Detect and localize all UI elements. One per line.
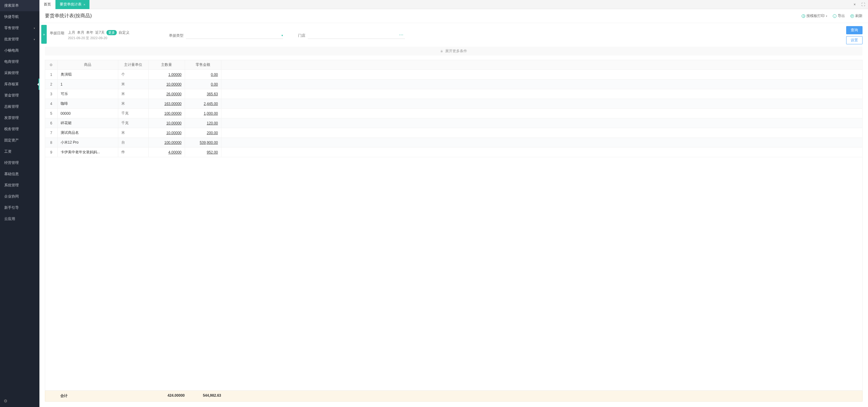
table-row[interactable]: 9卡伊美中老年女装妈妈...件4.00000952.00 [45, 147, 862, 157]
table-row[interactable]: 7测试商品名米10.00000200.00 [45, 128, 862, 138]
cell-idx: 7 [45, 128, 57, 138]
sidebar-item-18[interactable]: 新手引导 [0, 202, 39, 213]
cell-amount[interactable]: 200.00 [185, 128, 221, 138]
table-row[interactable]: 21米10.000000.00 [45, 80, 862, 89]
cell-qty[interactable]: 1.00000 [148, 70, 185, 80]
sidebar-item-label: 发票管理 [4, 115, 19, 120]
sidebar-item-17[interactable]: 企业协同 [0, 191, 39, 202]
preset-last7[interactable]: 近7天 [95, 30, 105, 35]
cell-amount[interactable]: 0.00 [185, 80, 221, 89]
cell-qty[interactable]: 10.00000 [148, 128, 185, 138]
store-input[interactable] [308, 32, 405, 39]
cell-unit: 米 [118, 99, 148, 109]
cell-unit: 台 [118, 138, 148, 147]
tab-fullscreen[interactable]: ⛶ [860, 1, 867, 8]
table-settings-icon[interactable]: ⚙ [50, 63, 53, 67]
th-product[interactable]: 商品 [57, 60, 118, 70]
tab-active[interactable]: 要货单统计表 × [56, 0, 90, 9]
cell-qty[interactable]: 100.00000 [148, 109, 185, 118]
settings-button[interactable]: 设置 [846, 36, 863, 44]
table-row[interactable]: 8小米12 Pro台100.00000539,900.00 [45, 138, 862, 147]
date-filter-label: 单据日期 [50, 30, 64, 36]
page-title: 要货单统计表(按商品) [45, 13, 92, 19]
th-unit[interactable]: 主计量单位 [118, 60, 148, 70]
cell-qty[interactable]: 4.00000 [148, 147, 185, 157]
cell-idx: 5 [45, 109, 57, 118]
doc-type-input[interactable] [186, 32, 283, 39]
sidebar-item-label: 云应用 [4, 216, 15, 222]
sidebar-item-10[interactable]: 发票管理 [0, 112, 39, 123]
table-row[interactable]: 4咖啡米163.000002,445.00 [45, 99, 862, 109]
sidebar-item-4[interactable]: 小畅电商 [0, 45, 39, 56]
sidebar-item-7[interactable]: 库存核算 [0, 79, 39, 90]
print-button[interactable]: ⎙ 按模板打印 ▾ [802, 13, 827, 19]
sidebar-item-8[interactable]: 资金管理 [0, 90, 39, 101]
main-content: 首页 要货单统计表 × × ⛶ 要货单统计表(按商品) ⎙ 按模板打印 ▾ [39, 0, 868, 407]
preset-this-month[interactable]: 本月 [77, 30, 84, 35]
preset-this-year[interactable]: 本年 [86, 30, 93, 35]
export-icon: ↓ [833, 14, 836, 18]
table-wrap: ⚙ 商品 主计量单位 主数量 零售金额 1奥演唱个1.000000.0021米1… [39, 56, 868, 407]
tab-close-all[interactable]: × [851, 1, 858, 8]
preset-custom[interactable]: 自定义 [119, 30, 129, 35]
cell-qty[interactable]: 26.00000 [148, 89, 185, 99]
sidebar-item-label: 固定资产 [4, 138, 19, 143]
sidebar-item-label: 基础信息 [4, 172, 19, 177]
cell-qty[interactable]: 100.00000 [148, 138, 185, 147]
sidebar-settings[interactable]: ⚙ [0, 395, 39, 407]
sidebar-item-14[interactable]: 经营管理 [0, 157, 39, 169]
sidebar-item-label: 库存核算 [4, 82, 19, 87]
cell-idx: 9 [45, 147, 57, 157]
cell-amount[interactable]: 2,445.00 [185, 99, 221, 109]
sidebar-item-label: 总账管理 [4, 104, 19, 109]
table-row[interactable]: 500000千克100.000001,000.00 [45, 109, 862, 118]
th-amount[interactable]: 零售金额 [185, 60, 221, 70]
sidebar-item-9[interactable]: 总账管理 [0, 101, 39, 112]
sidebar-item-0[interactable]: 搜索菜单 [0, 0, 39, 11]
tab-home[interactable]: 首页 [39, 0, 56, 9]
cell-amount[interactable]: 120.00 [185, 118, 221, 128]
sidebar-item-label: 新手引导 [4, 205, 19, 210]
cell-amount[interactable]: 1,000.00 [185, 109, 221, 118]
close-icon[interactable]: × [84, 3, 85, 6]
sidebar-item-15[interactable]: 基础信息 [0, 169, 39, 180]
table-row[interactable]: 1奥演唱个1.000000.00 [45, 70, 862, 80]
cell-qty[interactable]: 10.00000 [148, 118, 185, 128]
cell-unit: 千克 [118, 109, 148, 118]
preset-more[interactable]: 更多 [106, 30, 117, 35]
doc-type-label: 单据类型 [169, 32, 184, 38]
expand-more-filters[interactable]: ⇊ 展开更多条件 [45, 47, 863, 56]
cell-qty[interactable]: 163.00000 [148, 99, 185, 109]
cell-qty[interactable]: 10.00000 [148, 80, 185, 89]
cell-amount[interactable]: 952.00 [185, 147, 221, 157]
cell-amount[interactable]: 539,900.00 [185, 138, 221, 147]
sidebar-item-2[interactable]: 零售管理▾ [0, 23, 39, 34]
sidebar-item-13[interactable]: 工资 [0, 146, 39, 157]
table-row[interactable]: 3可乐米26.00000365.63 [45, 89, 862, 99]
sidebar-item-16[interactable]: 系统管理 [0, 180, 39, 191]
tab-active-label: 要货单统计表 [60, 2, 82, 7]
query-button[interactable]: 查询 [846, 26, 863, 34]
cell-amount[interactable]: 365.63 [185, 89, 221, 99]
print-icon: ⎙ [802, 14, 805, 18]
sidebar: 搜索菜单快捷导航零售管理▾批发管理▾小畅电商电商管理采购管理库存核算资金管理总账… [0, 0, 39, 407]
sidebar-item-12[interactable]: 固定资产 [0, 135, 39, 146]
preset-last-month[interactable]: 上月 [68, 30, 75, 35]
refresh-button[interactable]: ⟳ 刷新 [850, 13, 863, 19]
table-row[interactable]: 6碎花裙千克10.00000120.00 [45, 118, 862, 128]
page-header: 要货单统计表(按商品) ⎙ 按模板打印 ▾ ↓ 导出 ⟳ 刷新 [39, 9, 868, 23]
cell-amount[interactable]: 0.00 [185, 70, 221, 80]
th-qty[interactable]: 主数量 [148, 60, 185, 70]
refresh-icon: ⟳ [850, 14, 854, 18]
sidebar-item-label: 快捷导航 [4, 14, 19, 20]
total-row: 合计 424.00000 544,982.63 [45, 390, 863, 402]
sidebar-item-19[interactable]: 云应用 [0, 213, 39, 225]
export-button[interactable]: ↓ 导出 [833, 13, 845, 19]
sidebar-item-3[interactable]: 批发管理▾ [0, 34, 39, 45]
sidebar-item-11[interactable]: 税务管理 [0, 123, 39, 135]
collapse-filter-handle[interactable]: » [41, 25, 47, 44]
chevron-down-icon: ▾ [34, 38, 35, 41]
sidebar-item-6[interactable]: 采购管理 [0, 67, 39, 79]
sidebar-item-5[interactable]: 电商管理 [0, 56, 39, 67]
sidebar-item-1[interactable]: 快捷导航 [0, 11, 39, 23]
